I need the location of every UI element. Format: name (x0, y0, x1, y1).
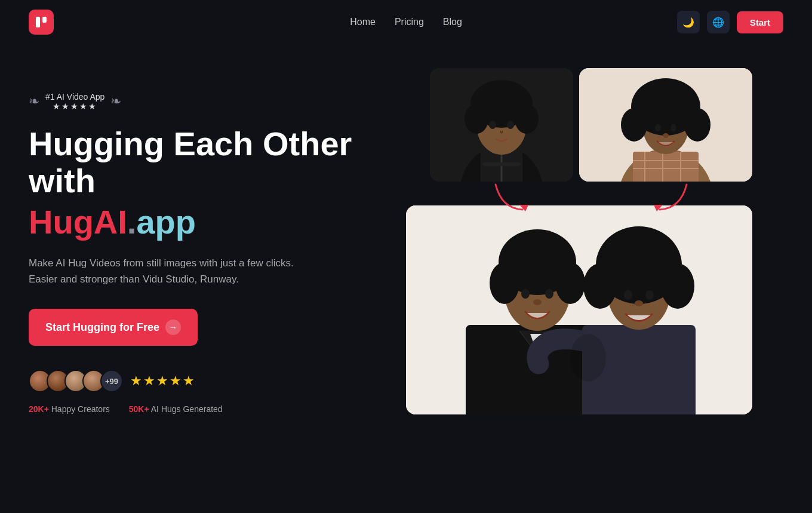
start-button[interactable]: Start (737, 11, 783, 33)
cta-button[interactable]: Start Hugging for Free → (29, 309, 198, 346)
award-badge: ❧ #1 AI Video App ★★★★★ ❧ (29, 92, 375, 111)
social-proof: +99 ★ ★ ★ ★ ★ (29, 370, 375, 392)
nav-pricing[interactable]: Pricing (395, 17, 424, 27)
star-2: ★ (143, 373, 155, 389)
badge-stars: ★★★★★ (45, 102, 104, 111)
image-top-left (430, 68, 573, 182)
hero-right (375, 68, 783, 414)
star-5: ★ (183, 373, 195, 389)
svg-point-45 (661, 263, 694, 309)
photo-child-svg (579, 68, 752, 182)
hug-text: HugAI (29, 203, 127, 241)
svg-rect-0 (36, 17, 40, 27)
svg-point-27 (663, 133, 669, 138)
badge-text: #1 AI Video App ★★★★★ (45, 92, 104, 111)
star-3: ★ (156, 373, 168, 389)
svg-point-23 (621, 108, 647, 142)
stat-hugs-label-text: AI Hugs Generated (151, 404, 223, 414)
svg-point-38 (545, 289, 553, 299)
stat-hugs-number: 50K+ (129, 404, 149, 414)
image-top-right (579, 68, 752, 182)
images-container (406, 68, 752, 414)
stats-row: 20K+ Happy Creators 50K+ AI Hugs Generat… (29, 404, 375, 414)
arrow-right-icon (645, 179, 693, 214)
svg-point-37 (521, 289, 530, 299)
star-1: ★ (130, 373, 142, 389)
logo-icon (29, 10, 54, 35)
hero-description: Make AI Hug Videos from still images wit… (29, 255, 315, 287)
avatar-group: +99 (29, 370, 123, 392)
laurel-right-icon: ❧ (110, 94, 121, 109)
photo-hugging-svg (406, 205, 752, 414)
cta-label: Start Hugging for Free (45, 321, 159, 334)
stat-creators: 20K+ Happy Creators (29, 404, 110, 414)
hero-heading-line1: Hugging Each Other with (29, 125, 375, 199)
stat-creators-label-text: Happy Creators (51, 404, 110, 414)
dark-mode-toggle[interactable]: 🌙 (677, 11, 700, 33)
svg-marker-29 (654, 205, 663, 211)
badge-title: #1 AI Video App (45, 92, 104, 102)
stat-creators-number: 20K+ (29, 404, 49, 414)
nav-links: Home Pricing Blog (350, 17, 462, 27)
svg-point-49 (570, 334, 606, 382)
app-text: app (136, 203, 196, 241)
svg-point-48 (635, 300, 643, 306)
navbar: Home Pricing Blog 🌙 🌐 Start (0, 0, 812, 44)
photo-mj-young-svg (430, 68, 573, 182)
cta-arrow-icon: → (165, 320, 181, 335)
hero-heading-line2: HugAI.app (29, 204, 375, 241)
svg-point-25 (655, 124, 661, 131)
hero-section: ❧ #1 AI Video App ★★★★★ ❧ Hugging Each O… (0, 44, 812, 509)
arrow-left-icon (490, 179, 537, 214)
laurel-left-icon: ❧ (29, 94, 39, 109)
svg-marker-28 (519, 205, 528, 211)
moon-icon: 🌙 (682, 17, 694, 28)
hero-left: ❧ #1 AI Video App ★★★★★ ❧ Hugging Each O… (29, 68, 375, 414)
language-toggle[interactable]: 🌐 (707, 11, 730, 33)
svg-point-36 (555, 262, 585, 304)
stat-hugs: 50K+ AI Hugs Generated (129, 404, 223, 414)
svg-point-44 (583, 263, 617, 309)
nav-home[interactable]: Home (350, 17, 376, 27)
nav-blog[interactable]: Blog (443, 17, 462, 27)
dot-text: . (127, 203, 137, 241)
svg-point-26 (670, 124, 676, 131)
svg-point-9 (489, 121, 496, 129)
svg-point-7 (465, 104, 488, 134)
image-bottom (406, 205, 752, 414)
svg-rect-1 (42, 17, 47, 23)
logo[interactable] (29, 10, 54, 35)
svg-point-35 (490, 262, 519, 304)
svg-rect-12 (482, 162, 521, 166)
svg-rect-15 (633, 152, 699, 182)
svg-point-46 (624, 290, 632, 300)
nav-actions: 🌙 🌐 Start (677, 11, 783, 33)
svg-point-39 (533, 299, 542, 305)
svg-point-24 (684, 108, 710, 142)
globe-icon: 🌐 (712, 17, 724, 28)
avatar-count: +99 (100, 370, 123, 392)
svg-point-47 (645, 290, 654, 300)
svg-point-10 (507, 121, 514, 129)
stars-row: ★ ★ ★ ★ ★ (130, 373, 195, 389)
star-4: ★ (170, 373, 182, 389)
svg-point-8 (515, 104, 539, 134)
logo-svg (34, 15, 48, 29)
